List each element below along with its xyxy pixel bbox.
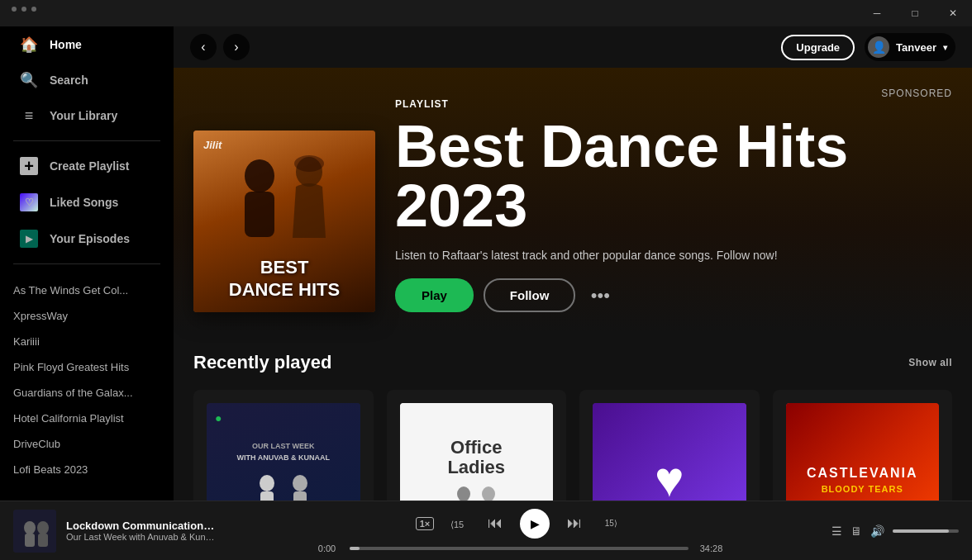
search-icon: 🔍 — [20, 71, 38, 89]
sidebar-item-library-label: Your Library — [50, 109, 117, 122]
close-button[interactable]: ✕ — [934, 0, 972, 26]
playlist-item-0[interactable]: As The Winds Get Col... — [0, 278, 174, 303]
maximize-button[interactable]: □ — [896, 0, 934, 26]
create-playlist-label: Create Playlist — [50, 159, 130, 173]
playlist-item-2[interactable]: Kariiii — [0, 329, 174, 354]
player-right-controls: ☰ 🖥 🔊 — [793, 524, 959, 538]
playlist-item-5[interactable]: Hotel California Playlist — [0, 406, 174, 431]
volume-bar[interactable] — [893, 529, 959, 533]
card-image-text-0: OUR LAST WEEK WITH ANUVAB & KUNAAL — [229, 434, 339, 501]
card-2[interactable]: ♥ Liked Songs Playlist — [579, 390, 760, 501]
card-image-text-1: OfficeLadies — [435, 429, 517, 501]
devices-button[interactable]: 🖥 — [850, 524, 862, 538]
player-controls: 1× ⟨15 ⏮ ▶ ⏭ 15⟩ — [416, 509, 623, 539]
player-time-total: 34:28 — [697, 543, 726, 553]
forward-button[interactable]: › — [223, 34, 250, 60]
section-title: Recently played — [193, 352, 332, 373]
svg-point-13 — [37, 521, 49, 534]
user-avatar: 👤 — [868, 36, 889, 58]
svg-point-9 — [482, 486, 495, 501]
spotify-logo-icon: ● — [215, 411, 231, 428]
queue-button[interactable]: ☰ — [831, 524, 842, 538]
show-all-link[interactable]: Show all — [908, 357, 952, 368]
sidebar-item-search[interactable]: 🔍 Search — [7, 63, 167, 97]
your-episodes-label: Your Episodes — [50, 232, 130, 245]
hero-actions: Play Follow ••• — [395, 278, 952, 312]
hero-info: PLAYLIST Best Dance Hits 2023 Listen to … — [395, 98, 952, 312]
hero-section: Jilit BESTDANCE HITS — [174, 68, 972, 332]
playlist-item-3[interactable]: Pink Floyd Greatest Hits — [0, 354, 174, 380]
playlist-item-1[interactable]: XpressWay — [0, 303, 174, 329]
card-image-0: ● OUR LAST WEEK WITH ANUVAB & KUNAAL — [207, 403, 360, 501]
card4-sub-title: BLOODY TEARS — [822, 484, 903, 494]
create-playlist-button[interactable]: + Create Playlist — [7, 149, 167, 183]
sidebar-item-home-label: Home — [50, 38, 82, 51]
player-center: 1× ⟨15 ⏮ ▶ ⏭ 15⟩ 0:00 34:28 — [258, 509, 780, 553]
titlebar-dot-1 — [12, 7, 17, 12]
play-pause-button[interactable]: ▶ — [520, 509, 550, 539]
playlist-item-4[interactable]: Guardians of the Galax... — [0, 380, 174, 406]
speed-badge[interactable]: 1× — [416, 517, 435, 530]
progress-bar-fill — [350, 547, 360, 550]
svg-point-3 — [294, 155, 324, 172]
titlebar-dot-3 — [31, 7, 36, 12]
liked-songs-icon: ♡ — [20, 193, 38, 211]
svg-rect-12 — [25, 534, 35, 547]
card-0[interactable]: ● OUR LAST WEEK WITH ANUVAB & KUNAAL — [193, 390, 374, 501]
hero-people-svg — [210, 147, 359, 263]
rewind-button[interactable]: ⟨15 — [447, 512, 470, 535]
back-button[interactable]: ‹ — [190, 34, 217, 60]
minimize-button[interactable]: ─ — [858, 0, 896, 26]
progress-bar[interactable] — [350, 547, 688, 550]
volume-button[interactable]: 🔊 — [870, 524, 884, 538]
hero-description: Listen to Raftaar's latest track and oth… — [395, 249, 952, 262]
main-nav: 🏠 Home 🔍 Search ≡ Your Library — [0, 26, 174, 134]
svg-rect-5 — [260, 491, 274, 501]
playlist-item-6[interactable]: DriveClub — [0, 431, 174, 457]
player-time-current: 0:00 — [312, 543, 341, 553]
hero-tag: PLAYLIST — [395, 98, 952, 110]
svg-rect-1 — [245, 192, 274, 237]
svg-text:⟨15: ⟨15 — [450, 520, 464, 529]
card4-main-title: CASTLEVANIA — [807, 465, 918, 481]
svg-point-6 — [293, 475, 307, 491]
follow-button[interactable]: Follow — [484, 278, 576, 312]
card-3[interactable]: CASTLEVANIA BLOODY TEARS Castlevania: Bl… — [773, 390, 953, 501]
library-icon: ≡ — [20, 107, 38, 125]
episodes-icon: ▶ — [20, 230, 38, 248]
liked-songs-button[interactable]: ♡ Liked Songs — [7, 185, 167, 220]
sidebar-divider-2 — [13, 263, 160, 264]
card-image-1: OfficeLadies — [400, 403, 554, 501]
heart-icon: ♥ — [655, 451, 684, 501]
hero-wrapper: Jilit BESTDANCE HITS — [174, 68, 972, 332]
upgrade-button[interactable]: Upgrade — [781, 35, 855, 60]
card-image-2: ♥ — [593, 403, 746, 501]
player-track-artist: Our Last Week with Anuvab & Kunaal (Engl… — [66, 532, 215, 542]
user-menu-button[interactable]: 👤 Tanveer ▾ — [865, 33, 955, 61]
hero-image: Jilit BESTDANCE HITS — [193, 131, 375, 312]
hero-title: Best Dance Hits 2023 — [395, 116, 952, 235]
fast-forward-button[interactable]: 15⟩ — [599, 512, 622, 535]
player-bar: Lockdown Communication Breakdow Our Last… — [0, 501, 972, 560]
volume-fill — [893, 529, 949, 533]
liked-songs-label: Liked Songs — [50, 196, 118, 209]
prev-track-button[interactable]: ⏮ — [484, 512, 507, 535]
your-episodes-button[interactable]: ▶ Your Episodes — [7, 221, 167, 256]
sidebar-item-library[interactable]: ≡ Your Library — [7, 98, 167, 133]
svg-point-8 — [457, 486, 470, 501]
cards-grid: ● OUR LAST WEEK WITH ANUVAB & KUNAAL — [193, 390, 952, 501]
card-image-3: CASTLEVANIA BLOODY TEARS — [786, 403, 940, 501]
playlist-item-7[interactable]: Lofi Beats 2023 — [0, 457, 174, 482]
svg-rect-7 — [293, 491, 307, 501]
card-1[interactable]: OfficeLadies Office La — [387, 390, 567, 501]
svg-point-4 — [260, 475, 274, 491]
play-button[interactable]: Play — [395, 278, 474, 312]
sidebar-item-home[interactable]: 🏠 Home — [7, 27, 167, 62]
next-track-button[interactable]: ⏭ — [563, 512, 586, 535]
sidebar-divider-1 — [13, 140, 160, 141]
playlist-list: As The Winds Get Col... XpressWay Kariii… — [0, 278, 174, 482]
main-header: ‹ › Upgrade 👤 Tanveer ▾ — [174, 26, 972, 68]
svg-rect-14 — [38, 534, 48, 547]
more-options-button[interactable]: ••• — [585, 281, 615, 311]
main-content: ‹ › Upgrade 👤 Tanveer ▾ Jilit — [174, 26, 972, 501]
